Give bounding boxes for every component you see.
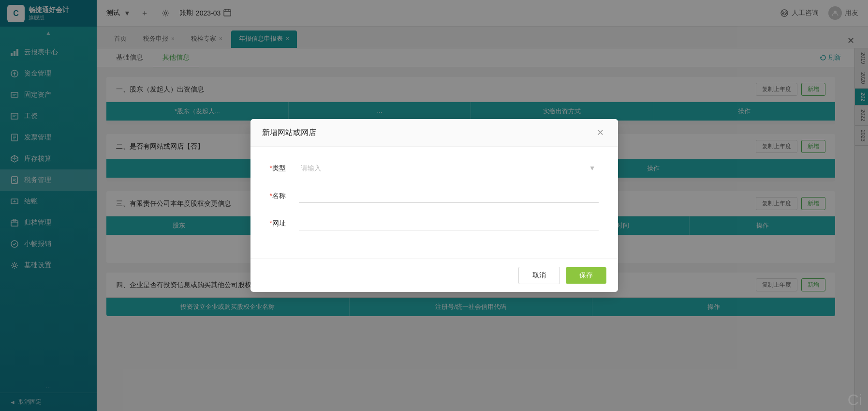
url-input[interactable]: [299, 216, 599, 230]
add-website-modal: 新增网站或网店 ✕ *类型 ▼ *名称: [250, 119, 618, 292]
form-row-type: *类型 ▼: [270, 161, 599, 175]
type-input[interactable]: [299, 161, 589, 175]
modal-overlay: 新增网站或网店 ✕ *类型 ▼ *名称: [0, 0, 868, 411]
form-row-url: *网址: [270, 216, 599, 230]
url-label: *网址: [270, 219, 299, 228]
name-input[interactable]: [299, 189, 599, 202]
modal-title: 新增网站或网店: [262, 128, 316, 138]
type-input-wrap: ▼: [299, 161, 599, 175]
cancel-button[interactable]: 取消: [518, 267, 560, 284]
modal-body: *类型 ▼ *名称 *网址: [250, 147, 618, 259]
save-button[interactable]: 保存: [566, 267, 606, 284]
name-input-wrap: [299, 189, 599, 203]
form-row-name: *名称: [270, 189, 599, 203]
modal-footer: 取消 保存: [250, 259, 618, 292]
type-dropdown-arrow-icon[interactable]: ▼: [589, 164, 599, 172]
modal-header: 新增网站或网店 ✕: [250, 119, 618, 147]
modal-close-button[interactable]: ✕: [595, 127, 606, 138]
type-label: *类型: [270, 164, 299, 173]
name-label: *名称: [270, 192, 299, 200]
url-input-wrap: [299, 216, 599, 230]
